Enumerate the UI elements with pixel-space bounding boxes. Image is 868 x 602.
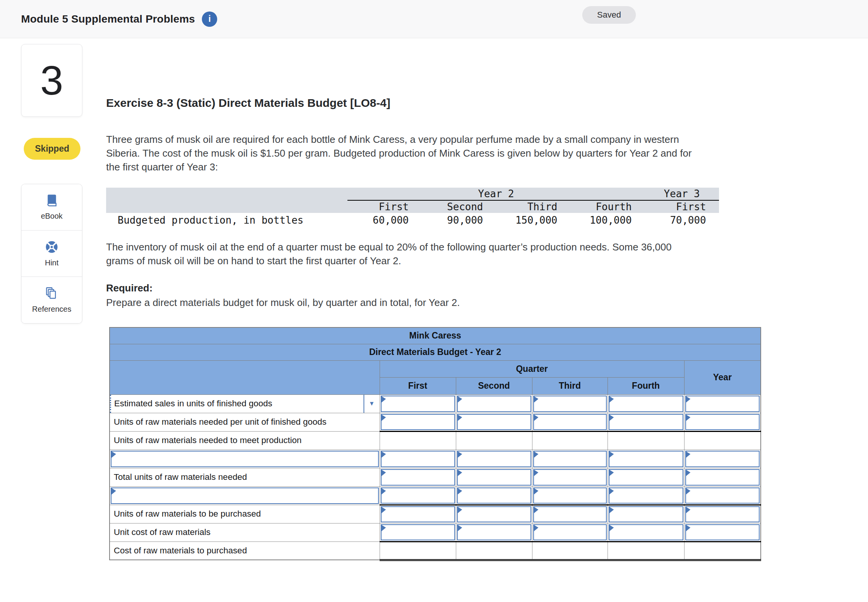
input-box[interactable] (457, 506, 531, 522)
row-label: Estimated sales in units of finished goo… (111, 395, 364, 413)
quarter-static-cell (608, 541, 684, 560)
row-label-input-cell (110, 486, 380, 505)
input-box[interactable] (111, 487, 379, 504)
production-value: 70,000 (645, 213, 719, 227)
year-input-cell (684, 413, 761, 431)
input-box[interactable] (685, 524, 760, 540)
flag-icon (382, 507, 386, 514)
quarter-input-cell (532, 468, 608, 486)
quarter-input-cell (456, 523, 532, 541)
budget-row: Cost of raw materials to purchased (110, 541, 761, 560)
production-data-row: Budgeted production, in bottles 60,000 9… (106, 213, 719, 227)
input-box[interactable] (381, 487, 455, 504)
input-box[interactable] (457, 487, 531, 504)
input-box[interactable] (381, 524, 455, 540)
required-label: Required: (106, 282, 825, 294)
input-box[interactable] (533, 487, 607, 504)
flag-icon (111, 488, 116, 495)
hint-button[interactable]: Hint (21, 231, 82, 277)
quarter-input-cell (532, 394, 608, 413)
input-box[interactable] (457, 414, 531, 430)
quarter-header: Third (496, 200, 570, 213)
quarter-static-cell (532, 541, 608, 560)
quarter-col-header: Second (456, 377, 532, 394)
input-box[interactable] (381, 414, 455, 430)
input-box[interactable] (533, 396, 607, 412)
input-box[interactable] (381, 451, 455, 467)
dropdown[interactable]: Estimated sales in units of finished goo… (110, 395, 380, 413)
input-box[interactable] (381, 469, 455, 486)
flag-icon (609, 507, 614, 514)
book-icon (45, 194, 59, 209)
input-box[interactable] (685, 414, 760, 430)
year-static-cell (684, 541, 761, 560)
flag-icon (382, 396, 386, 403)
input-box[interactable] (609, 396, 683, 412)
input-box[interactable] (609, 524, 683, 540)
input-box[interactable] (533, 506, 607, 522)
flag-icon (111, 452, 116, 458)
input-box[interactable] (609, 506, 683, 522)
references-button[interactable]: References (21, 277, 82, 323)
input-box[interactable] (457, 469, 531, 486)
input-box[interactable] (609, 487, 683, 504)
year-input-cell (684, 468, 761, 486)
input-box[interactable] (609, 414, 683, 430)
input-box[interactable] (685, 451, 760, 467)
production-value: 100,000 (570, 213, 645, 227)
input-box[interactable] (381, 506, 455, 522)
input-box[interactable] (533, 414, 607, 430)
question-number: 3 (40, 60, 63, 101)
input-box[interactable] (533, 469, 607, 486)
year3-header: Year 3 (645, 188, 719, 200)
flag-icon (686, 488, 691, 495)
tool-label: eBook (41, 212, 63, 221)
flag-icon (609, 488, 614, 495)
quarter-input-cell (380, 394, 456, 413)
flag-icon (382, 488, 386, 495)
year2-header: Year 2 (347, 188, 645, 200)
budget-table: Mink Caress Direct Materials Budget - Ye… (109, 327, 761, 561)
quarter-input-cell (608, 450, 684, 468)
flag-icon (609, 525, 614, 532)
flag-icon (458, 488, 462, 495)
budget-table-subtitle: Direct Materials Budget - Year 2 (110, 344, 761, 360)
flag-icon (534, 415, 539, 421)
row-label: Cost of raw materials to purchased (110, 541, 380, 560)
year-input-cell (684, 394, 761, 413)
input-box[interactable] (685, 487, 760, 504)
input-box[interactable] (685, 469, 760, 486)
input-box[interactable] (533, 451, 607, 467)
row-label-dropdown[interactable]: Estimated sales in units of finished goo… (110, 394, 380, 413)
flag-icon (382, 452, 386, 458)
input-box[interactable] (381, 396, 455, 412)
corner-cell (110, 360, 380, 394)
flag-icon (609, 452, 614, 458)
saved-button[interactable]: Saved (582, 6, 636, 24)
flag-icon (382, 470, 386, 476)
input-box[interactable] (457, 524, 531, 540)
input-box[interactable] (685, 396, 760, 412)
flag-icon (458, 452, 462, 458)
chevron-down-icon[interactable]: ▼ (364, 395, 380, 413)
input-box[interactable] (685, 506, 760, 522)
input-box[interactable] (457, 396, 531, 412)
input-box[interactable] (609, 469, 683, 486)
flag-icon (609, 415, 614, 421)
quarter-input-cell (532, 486, 608, 505)
quarter-header: First (645, 200, 719, 213)
topbar-title-group: Module 5 Supplemental Problems i (0, 11, 217, 27)
input-box[interactable] (609, 451, 683, 467)
input-box[interactable] (533, 524, 607, 540)
topbar: Module 5 Supplemental Problems i Saved (0, 0, 868, 38)
input-box[interactable] (457, 451, 531, 467)
year-input-cell (684, 450, 761, 468)
budget-group-header-row: Quarter Year (110, 360, 761, 377)
ebook-button[interactable]: eBook (21, 184, 82, 231)
input-box[interactable] (111, 451, 379, 467)
quarter-static-cell (380, 541, 456, 560)
quarter-static-cell (380, 431, 456, 450)
info-icon[interactable]: i (202, 11, 217, 27)
quarter-input-cell (608, 486, 684, 505)
flag-icon (534, 396, 539, 403)
